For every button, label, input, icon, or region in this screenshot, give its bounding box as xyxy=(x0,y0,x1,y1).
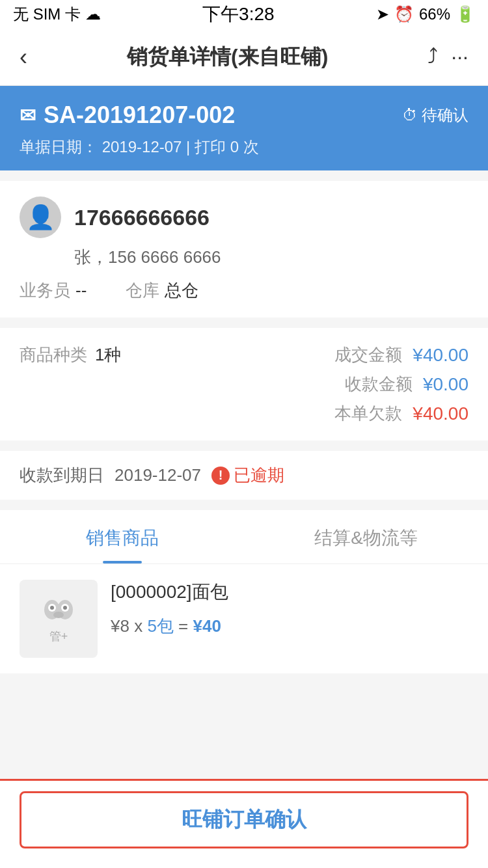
print-info: | 打印 0 次 xyxy=(186,138,259,156)
battery-label: 66% xyxy=(419,5,450,23)
product-item: 管+ [0000002]面包 ¥8 x 5包 = ¥40 xyxy=(20,580,468,658)
status-right: ➤ ⏰ 66% 🔋 xyxy=(376,5,475,23)
sim-label: 无 SIM 卡 ☁ xyxy=(13,4,101,25)
product-img-inner: 管+ xyxy=(20,580,98,658)
alarm-icon: ⏰ xyxy=(394,5,414,23)
customer-name: 张，156 6666 6666 xyxy=(20,246,468,269)
due-date-label: 收款到期日 xyxy=(20,464,104,487)
price-text: ¥8 x xyxy=(111,616,147,636)
overdue-icon: ! xyxy=(211,467,230,485)
debt-item: 本单欠款 ¥40.00 xyxy=(334,402,468,425)
owl-logo-svg xyxy=(39,593,78,626)
product-section: 管+ [0000002]面包 ¥8 x 5包 = ¥40 xyxy=(0,564,488,673)
avatar: 👤 xyxy=(20,197,61,238)
received-value: ¥0.00 xyxy=(423,374,468,395)
tab-sales[interactable]: 销售商品 xyxy=(0,510,244,563)
equals-text: = xyxy=(174,616,193,636)
brand-text: 管+ xyxy=(49,629,68,644)
sales-label: 业务员 xyxy=(20,279,70,302)
warehouse-meta: 仓库 总仓 xyxy=(126,279,198,302)
svg-point-4 xyxy=(50,606,54,610)
back-button[interactable]: ‹ xyxy=(20,44,27,71)
sales-meta: 业务员 -- xyxy=(20,279,87,302)
received-item: 收款金额 ¥0.00 xyxy=(345,373,468,396)
type-value: 1种 xyxy=(95,344,121,366)
status-badge: ⏱ 待确认 xyxy=(402,105,468,126)
status-time: 下午3:28 xyxy=(202,2,275,27)
share-icon[interactable]: ⤴ xyxy=(427,45,438,69)
customer-phone: 17666666666 xyxy=(74,205,210,230)
location-icon: ➤ xyxy=(376,5,389,23)
amount-item: 成交金额 ¥40.00 xyxy=(334,344,468,366)
product-thumbnail: 管+ xyxy=(20,580,98,658)
bottom-bar: 旺铺订单确认 xyxy=(0,779,488,868)
amount-label: 成交金额 xyxy=(334,344,402,366)
summary-row: 商品种类 1种 成交金额 ¥40.00 收款金额 ¥0.00 本单欠款 ¥40.… xyxy=(20,344,468,425)
svg-point-5 xyxy=(63,606,67,610)
qty-text: 5包 xyxy=(147,616,173,636)
order-header-card: ✉ SA-20191207-002 ⏱ 待确认 单据日期： 2019-12-07… xyxy=(0,86,488,170)
product-price: ¥8 x 5包 = ¥40 xyxy=(111,615,468,638)
tabs-row: 销售商品 结算&物流等 xyxy=(0,510,488,564)
tab-settlement[interactable]: 结算&物流等 xyxy=(244,510,488,563)
overdue-badge: ! 已逾期 xyxy=(211,464,284,487)
order-summary: 商品种类 1种 成交金额 ¥40.00 收款金额 ¥0.00 本单欠款 ¥40.… xyxy=(0,328,488,441)
order-id: ✉ SA-20191207-002 xyxy=(20,102,235,129)
status-bar: 无 SIM 卡 ☁ 下午3:28 ➤ ⏰ 66% 🔋 xyxy=(0,0,488,29)
status-left: 无 SIM 卡 ☁ xyxy=(13,4,101,25)
due-date-value: 2019-12-07 xyxy=(115,465,201,485)
type-label: 商品种类 xyxy=(20,344,87,366)
due-date-section: 收款到期日 2019-12-07 ! 已逾期 xyxy=(0,451,488,500)
confirm-order-button[interactable]: 旺铺订单确认 xyxy=(20,791,468,848)
nav-actions: ⤴ ··· xyxy=(427,45,468,69)
date-label: 单据日期： xyxy=(20,138,98,156)
product-name: [0000002]面包 xyxy=(111,580,468,604)
page-title: 销货单详情(来自旺铺) xyxy=(127,43,328,72)
order-icon: ✉ xyxy=(20,104,36,127)
tabs-section: 销售商品 结算&物流等 管+ xyxy=(0,510,488,673)
sales-value: -- xyxy=(75,280,87,301)
summary-left: 商品种类 1种 xyxy=(20,344,121,366)
product-info: [0000002]面包 ¥8 x 5包 = ¥40 xyxy=(111,580,468,638)
customer-section: 👤 17666666666 张，156 6666 6666 业务员 -- 仓库 … xyxy=(0,181,488,318)
status-clock-icon: ⏱ xyxy=(402,106,418,124)
order-date: 单据日期： 2019-12-07 | 打印 0 次 xyxy=(20,137,468,157)
empty-area xyxy=(0,673,488,791)
customer-phone-row: 👤 17666666666 xyxy=(20,197,468,238)
summary-right: 成交金额 ¥40.00 收款金额 ¥0.00 本单欠款 ¥40.00 xyxy=(334,344,468,425)
nav-bar: ‹ 销货单详情(来自旺铺) ⤴ ··· xyxy=(0,29,488,86)
overdue-text: 已逾期 xyxy=(234,464,284,487)
battery-icon: 🔋 xyxy=(455,5,475,23)
date-value: 2019-12-07 xyxy=(102,138,182,156)
total-text: ¥40 xyxy=(193,616,221,636)
more-icon[interactable]: ··· xyxy=(451,45,468,69)
avatar-icon: 👤 xyxy=(26,204,55,231)
debt-label: 本单欠款 xyxy=(334,402,402,425)
received-label: 收款金额 xyxy=(345,373,413,396)
warehouse-label: 仓库 xyxy=(126,279,159,302)
svg-point-6 xyxy=(53,612,64,618)
customer-meta: 业务员 -- 仓库 总仓 xyxy=(20,279,468,302)
debt-value: ¥40.00 xyxy=(413,403,468,424)
order-id-text: SA-20191207-002 xyxy=(44,102,235,129)
status-text: 待确认 xyxy=(422,105,468,126)
warehouse-value: 总仓 xyxy=(165,279,198,302)
amount-value: ¥40.00 xyxy=(413,345,468,366)
